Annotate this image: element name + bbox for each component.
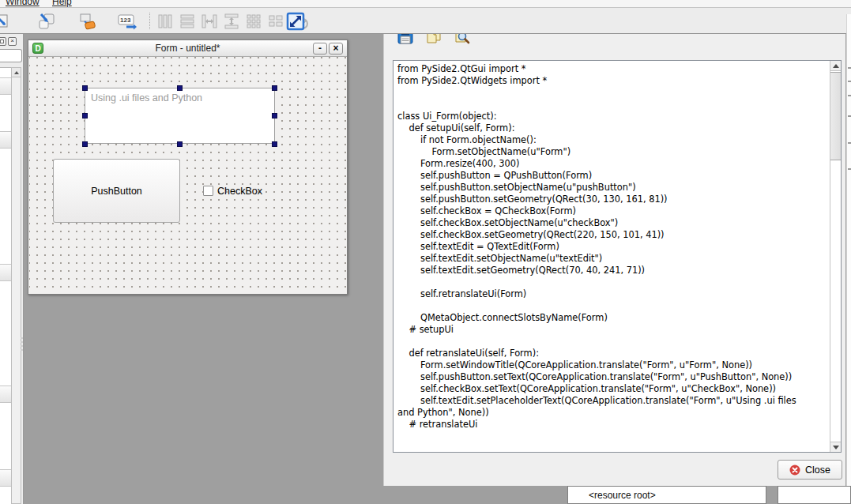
adjust-size-icon[interactable] xyxy=(284,10,307,32)
selection-handle[interactable] xyxy=(272,141,277,147)
widget-box-item[interactable] xyxy=(0,77,11,95)
menu-item-help[interactable]: Help xyxy=(52,0,72,7)
selection-handle[interactable] xyxy=(272,85,277,91)
close-button[interactable]: Close xyxy=(778,460,842,480)
edit-widgets-icon[interactable] xyxy=(0,10,10,32)
scroll-down-icon[interactable] xyxy=(830,442,841,452)
lay-out-in-a-form-layout-icon[interactable] xyxy=(265,10,286,32)
scroll-up-icon[interactable] xyxy=(12,68,21,77)
code-editor[interactable]: from PySide2.QtGui import * from PySide2… xyxy=(393,60,842,453)
toolbar-separator xyxy=(149,13,150,29)
code-preview-dialog: from PySide2.QtGui import * from PySide2… xyxy=(383,14,845,486)
resource-root-item[interactable]: <resource root> xyxy=(568,487,766,501)
form-window-titlebar[interactable]: D Form - untitled* - × xyxy=(28,40,347,57)
lay-out-vertically-icon[interactable] xyxy=(177,10,198,32)
pushbutton-widget[interactable]: PushButton xyxy=(53,159,180,223)
splitter-grip[interactable] xyxy=(21,337,23,352)
designer-form-icon: D xyxy=(32,43,43,54)
widget-box-item[interactable] xyxy=(0,386,11,403)
menubar: Window Help xyxy=(0,0,851,8)
widget-box-scrollbar[interactable] xyxy=(11,67,21,504)
selection-handle[interactable] xyxy=(272,113,277,118)
close-icon xyxy=(789,465,800,476)
textedit-placeholder: Using .ui files and Python xyxy=(85,88,274,107)
checkbox-indicator[interactable] xyxy=(203,186,213,196)
form-window-title: Form - untitled* xyxy=(28,43,347,54)
checkbox-label: CheckBox xyxy=(217,186,262,197)
resource-browser-panel: <resource root> xyxy=(567,486,766,504)
main-toolbar: 123 xyxy=(0,8,851,34)
svg-text:123: 123 xyxy=(120,17,131,24)
clipped-right-panel xyxy=(846,14,851,486)
generated-code[interactable]: from PySide2.QtGui import * from PySide2… xyxy=(393,61,830,452)
widget-box-item[interactable] xyxy=(0,131,11,149)
dock-float-button[interactable] xyxy=(0,37,6,46)
minimize-button[interactable]: - xyxy=(313,43,327,55)
lay-out-in-a-grid-icon[interactable] xyxy=(243,10,264,32)
selection-handle[interactable] xyxy=(177,85,183,91)
widget-box-list xyxy=(0,67,11,504)
close-window-button[interactable]: × xyxy=(329,43,343,55)
selection-handle[interactable] xyxy=(82,113,88,118)
resource-preview-panel xyxy=(778,486,851,504)
code-vertical-scrollbar[interactable] xyxy=(830,61,841,452)
dock-close-button[interactable]: × xyxy=(8,37,17,46)
edit-buddies-icon[interactable] xyxy=(76,10,100,32)
widget-box-item[interactable] xyxy=(0,264,11,281)
widget-box-panel: × xyxy=(0,34,24,504)
lay-out-vertically-in-splitter-icon[interactable] xyxy=(221,10,242,32)
edit-signals-slots-icon[interactable] xyxy=(35,10,58,32)
lay-out-horizontally-in-splitter-icon[interactable] xyxy=(199,10,220,32)
scroll-up-icon[interactable] xyxy=(830,61,841,71)
restore-icon xyxy=(0,39,4,43)
textedit-widget[interactable]: Using .ui files and Python xyxy=(85,88,275,144)
widget-filter-input[interactable] xyxy=(0,49,22,62)
selection-handle[interactable] xyxy=(177,141,183,147)
selection-handle[interactable] xyxy=(82,141,88,147)
widget-box-item[interactable] xyxy=(0,469,11,487)
close-button-label: Close xyxy=(805,465,830,476)
edit-tab-order-icon[interactable]: 123 xyxy=(115,10,139,32)
lay-out-horizontally-icon[interactable] xyxy=(155,10,175,32)
menu-item-window[interactable]: Window xyxy=(6,0,40,7)
form-designer-window: D Form - untitled* - × Using .ui files a… xyxy=(28,39,348,295)
checkbox-widget[interactable]: CheckBox xyxy=(203,175,283,207)
selection-handle[interactable] xyxy=(82,85,88,91)
scrollbar-thumb[interactable] xyxy=(830,72,841,160)
